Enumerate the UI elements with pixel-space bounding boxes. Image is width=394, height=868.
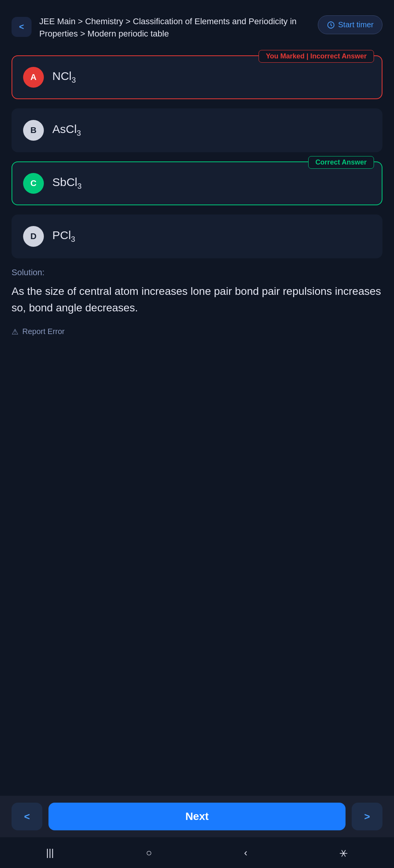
forward-icon: > (364, 811, 370, 823)
breadcrumb: JEE Main > Chemistry > Classification of… (39, 15, 310, 40)
option-c-text: SbCl3 (52, 176, 82, 191)
bottom-navigation: < Next > (0, 796, 394, 837)
solution-section: Solution: As the size of central atom in… (12, 268, 382, 348)
option-d-label: D (30, 231, 37, 241)
next-button[interactable]: Next (48, 803, 346, 830)
option-d-text: PCl3 (52, 229, 75, 244)
option-d-circle: D (23, 226, 44, 247)
option-c[interactable]: Correct Answer C SbCl3 (12, 161, 382, 205)
home-icon[interactable]: ○ (146, 847, 152, 859)
forward-button[interactable]: > (352, 803, 382, 830)
report-error-label: Report Error (22, 327, 65, 336)
option-b[interactable]: B AsCl3 (12, 108, 382, 152)
warning-icon: ⚠ (12, 327, 18, 336)
solution-text: As the size of central atom increases lo… (12, 283, 382, 316)
option-b-circle: B (23, 120, 44, 141)
next-label: Next (185, 810, 209, 823)
timer-icon (327, 21, 335, 29)
correct-badge: Correct Answer (308, 156, 374, 169)
header: < JEE Main > Chemistry > Classification … (0, 0, 394, 48)
accessibility-icon[interactable]: ⚹ (339, 847, 348, 859)
option-a[interactable]: You Marked | Incorrect Answer A NCl3 (12, 55, 382, 99)
recent-apps-icon[interactable]: ||| (46, 847, 54, 859)
back-button[interactable]: < (12, 17, 32, 37)
back-system-icon[interactable]: ‹ (244, 847, 247, 859)
solution-label: Solution: (12, 268, 382, 278)
prev-button[interactable]: < (12, 803, 42, 830)
option-c-circle: C (23, 173, 44, 194)
option-d[interactable]: D PCl3 (12, 215, 382, 258)
option-b-text: AsCl3 (52, 123, 81, 138)
option-b-label: B (30, 125, 37, 135)
system-bar: ||| ○ ‹ ⚹ (0, 837, 394, 868)
option-c-label: C (30, 178, 37, 188)
start-timer-button[interactable]: Start timer (318, 15, 382, 34)
bottom-spacer (12, 348, 382, 417)
timer-label: Start timer (338, 20, 374, 29)
content-area: You Marked | Incorrect Answer A NCl3 B A… (0, 48, 394, 417)
option-a-circle: A (23, 67, 44, 88)
incorrect-badge: You Marked | Incorrect Answer (259, 50, 374, 63)
prev-icon: < (24, 811, 30, 823)
report-error-button[interactable]: ⚠ Report Error (12, 327, 382, 336)
option-a-text: NCl3 (52, 70, 76, 85)
option-a-label: A (30, 72, 37, 82)
back-icon: < (19, 22, 24, 32)
